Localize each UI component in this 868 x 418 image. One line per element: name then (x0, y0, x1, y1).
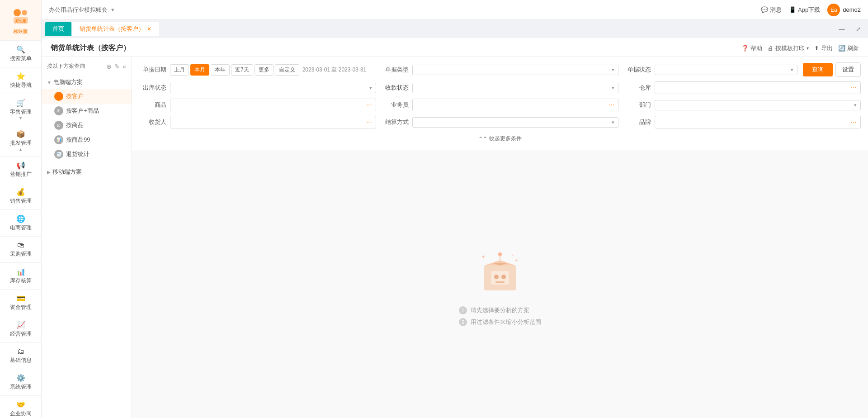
settings-btn[interactable]: 设置 (835, 62, 861, 77)
export-btn[interactable]: ⬆ 导出 (814, 44, 833, 52)
left-panel-header: 按以下方案查询 ⊕ ✎ « (42, 61, 132, 74)
sidebar-item-quick-nav[interactable]: ⭐ 快捷导航 (0, 67, 41, 94)
sidebar-item-purchase[interactable]: 🛍 采购管理 (0, 236, 41, 262)
return-scheme-icon: 📉 (54, 150, 63, 159)
sidebar-item-ecommerce[interactable]: 🌐 电商管理 (0, 209, 41, 236)
page-container: 销货单统计表（按客户） ❓ 帮助 🖨 按模板打印 ▾ ⬆ 导出 🔄 刷新 (42, 38, 868, 418)
sidebar-item-wholesale[interactable]: 📦 批发管理 ▲ (0, 125, 41, 156)
sidebar-item-system[interactable]: ⚙️ 系统管理 (0, 369, 41, 395)
svg-point-8 (501, 275, 506, 279)
desktop-section-label: 电脑端方案 (53, 78, 83, 86)
dept-select[interactable]: ▾ (655, 100, 861, 110)
sidebar-item-inventory[interactable]: 📊 库存核算 (0, 262, 41, 289)
svg-text:好生意: 好生意 (15, 19, 27, 23)
filter-row-4: 收货人 ··· 结算方式 (139, 116, 861, 128)
salesperson-dots: ··· (609, 101, 614, 109)
sidebar-item-search[interactable]: 🔍 搜索菜单 (0, 40, 41, 67)
salesperson-select[interactable]: ··· (412, 99, 618, 111)
date-this-month-btn[interactable]: 本月 (190, 64, 209, 76)
mobile-section-header[interactable]: ▶ 移动端方案 (42, 165, 132, 179)
tip-num-1: 1 (459, 306, 467, 314)
scheme-return-stat[interactable]: 📉 退货统计 (42, 147, 132, 162)
svg-point-11 (498, 252, 502, 256)
ecommerce-icon: 🌐 (16, 214, 25, 223)
tip-text-2: 用过滤条件来缩小分析范围 (471, 318, 541, 326)
date-custom-btn[interactable]: 自定义 (275, 64, 299, 76)
brand-select[interactable]: ··· (655, 116, 861, 128)
tab-home[interactable]: 首页 (45, 22, 71, 36)
add-scheme-icon[interactable]: ⊕ (106, 63, 112, 70)
goods-select[interactable]: ··· (170, 99, 376, 111)
date-7days-btn[interactable]: 近7天 (231, 64, 253, 76)
tab-minimize-btn[interactable]: — (835, 23, 848, 35)
svg-text:✦: ✦ (511, 253, 514, 257)
date-this-year-btn[interactable]: 本年 (211, 64, 230, 76)
date-last-month-btn[interactable]: 上月 (170, 64, 189, 76)
sidebar-item-basic[interactable]: 🗂 基础信息 (0, 342, 41, 369)
ship-status-select[interactable]: ▾ (170, 83, 376, 93)
receipt-status-select[interactable]: ▾ (412, 83, 618, 93)
recipient-control: ··· (170, 116, 376, 128)
sales-icon: 💰 (16, 188, 25, 196)
collapse-filter-btn[interactable]: ⌃⌃ 收起更多条件 (139, 132, 861, 145)
tip-item-2: 2 用过滤条件来缩小分析范围 (459, 318, 541, 326)
mobile-arrow-icon: ▶ (47, 170, 51, 175)
help-btn[interactable]: ❓ 帮助 (741, 44, 762, 52)
sidebar-item-retail[interactable]: 🛒 零售管理 ▼ (0, 94, 41, 125)
mobile-section-label: 移动端方案 (52, 168, 82, 176)
sidebar-item-marketing[interactable]: 📢 营销推广 (0, 156, 41, 183)
avatar[interactable]: Ea (827, 4, 840, 16)
desktop-arrow-icon: ▼ (47, 80, 52, 85)
sidebar-item-operations[interactable]: 📈 经营管理 (0, 316, 41, 342)
dropdown-arrow-icon[interactable]: ▾ (111, 6, 114, 13)
desktop-section-header[interactable]: ▼ 电脑端方案 (42, 76, 132, 89)
scheme-by-customer[interactable]: 人 按客户 (42, 89, 132, 104)
dept-label: 部门 (624, 101, 651, 109)
order-status-select[interactable]: ▾ (655, 65, 797, 75)
receipt-status-cell: 收款状态 ▾ (382, 83, 618, 93)
refresh-label: 刷新 (847, 44, 859, 52)
refresh-btn[interactable]: 🔄 刷新 (838, 44, 859, 52)
logo[interactable]: 好生意 标账版 (0, 0, 41, 40)
customer-goods-scheme-icon: ⊞ (54, 106, 63, 115)
sidebar-system-label: 系统管理 (10, 383, 32, 391)
message-btn[interactable]: 💬 消息 (761, 6, 782, 14)
recipient-dots: ··· (366, 118, 372, 126)
edit-scheme-icon[interactable]: ✎ (114, 63, 120, 70)
brand-dots: ··· (851, 118, 857, 126)
collapse-up-icon: ⌃⌃ (478, 136, 487, 142)
sidebar-item-finance[interactable]: 💳 资金管理 (0, 289, 41, 316)
goods-dots: ··· (366, 101, 372, 109)
sidebar-item-cooperation[interactable]: 🤝 企业协同 (0, 395, 41, 418)
settlement-select[interactable]: ▾ (412, 117, 618, 128)
filter-row-1: 单据日期 上月 本月 本年 近7天 更多 自定义 2023-03-01 至 20… (139, 62, 861, 77)
scheme-by-goods99[interactable]: 📊 按商品99 (42, 133, 132, 147)
order-type-select[interactable]: ▾ (412, 65, 618, 75)
filter-row-3: 商品 ··· 业务员 (139, 99, 861, 111)
order-type-cell: 单据类型 ▾ (382, 65, 618, 75)
mobile-section: ▶ 移动端方案 (42, 163, 132, 180)
tab-close-icon[interactable]: ✕ (147, 26, 151, 32)
query-btn[interactable]: 查询 (803, 63, 833, 76)
warehouse-select[interactable]: ··· (655, 81, 861, 94)
wholesale-icon: 📦 (16, 130, 25, 138)
wholesale-arrow: ▲ (19, 147, 23, 152)
tab-sales-stat[interactable]: 销货单统计表（按客户） ✕ (72, 22, 159, 36)
date-more-btn[interactable]: 更多 (255, 64, 274, 76)
page-title: 销货单统计表（按客户） (51, 43, 130, 53)
tab-expand-btn[interactable]: ⤢ (852, 23, 864, 35)
recipient-select[interactable]: ··· (170, 116, 376, 128)
user-area[interactable]: Ea demo2 (827, 4, 861, 16)
brand-label: 品牌 (624, 118, 651, 126)
dept-arrow: ▾ (854, 102, 857, 108)
print-btn[interactable]: 🖨 按模板打印 ▾ (768, 44, 809, 52)
app-download-btn[interactable]: 📱 App下载 (789, 6, 820, 14)
customer-scheme-label: 按客户 (66, 92, 84, 100)
scheme-by-goods[interactable]: ⊡ 按商品 (42, 118, 132, 133)
collapse-panel-icon[interactable]: « (123, 63, 126, 70)
sidebar-item-sales[interactable]: 💰 销售管理 (0, 183, 41, 209)
receipt-status-label: 收款状态 (382, 84, 409, 92)
scheme-by-customer-goods[interactable]: ⊞ 按客户+商品 (42, 104, 132, 118)
avatar-text: Ea (830, 7, 837, 13)
salesperson-control: ··· (412, 99, 618, 111)
